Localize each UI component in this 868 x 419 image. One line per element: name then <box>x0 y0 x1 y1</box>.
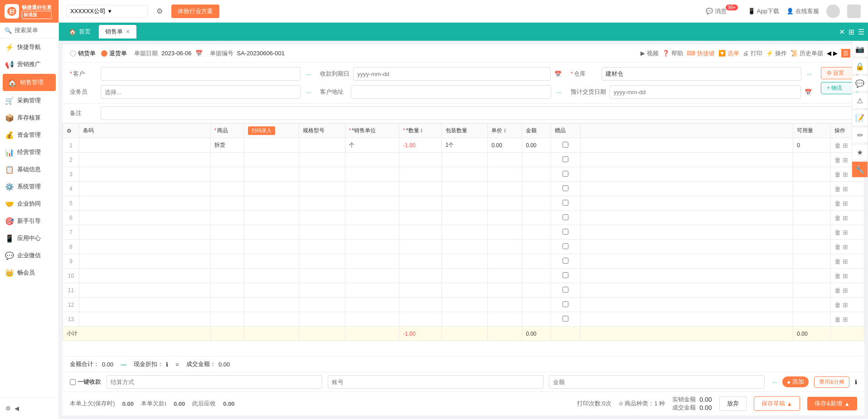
action-print[interactable]: 🖨 打印 <box>743 49 762 58</box>
row-qty[interactable] <box>399 298 441 312</box>
row-amount[interactable] <box>522 254 551 269</box>
row-copy-btn[interactable]: ⊞ <box>843 200 848 207</box>
abandon-button[interactable]: 放弃 <box>719 396 747 411</box>
row-copy-btn[interactable]: ⊞ <box>843 229 848 236</box>
row-copy-btn[interactable]: ⊞ <box>843 171 848 178</box>
right-panel-edit[interactable]: ✏ <box>852 127 868 143</box>
row-qty[interactable] <box>399 196 441 211</box>
sidebar-item-basic[interactable]: 📋 基础信息 <box>0 161 58 178</box>
row-amount[interactable] <box>522 225 551 240</box>
right-panel-alert[interactable]: ⚠ <box>852 92 868 109</box>
customer-input[interactable] <box>101 67 301 81</box>
row-product[interactable] <box>210 312 244 327</box>
row-barcode[interactable] <box>79 254 211 269</box>
row-product[interactable]: 拆货 <box>210 138 244 153</box>
row-delete-btn[interactable]: 🗑 <box>834 214 841 222</box>
sidebar-item-app-center[interactable]: 📱 应用中心 <box>0 230 58 247</box>
row-delete-btn[interactable]: 🗑 <box>834 316 841 323</box>
row-copy-btn[interactable]: ⊞ <box>843 301 848 308</box>
row-barcode[interactable] <box>79 167 211 182</box>
payment-calendar-icon[interactable]: 📅 <box>554 71 562 77</box>
row-gift[interactable] <box>551 225 580 240</box>
right-panel-lock[interactable]: 🔒 <box>852 58 868 74</box>
row-barcode[interactable] <box>79 298 211 312</box>
row-pack-qty[interactable] <box>441 196 488 211</box>
row-product[interactable] <box>210 153 244 167</box>
row-copy-btn[interactable]: ⊞ <box>843 156 848 164</box>
row-product[interactable] <box>210 182 244 196</box>
tab-sales-order[interactable]: 销售单 ✕ <box>99 25 136 39</box>
row-product[interactable] <box>210 269 244 283</box>
right-panel-chat[interactable]: 💬 <box>852 75 868 92</box>
sidebar-item-member[interactable]: 👑 畅会员 <box>0 264 58 281</box>
row-copy-btn[interactable]: ⊞ <box>843 287 848 294</box>
row-delete-btn[interactable]: 🗑 <box>834 185 841 193</box>
row-unit[interactable] <box>345 240 399 254</box>
row-amount[interactable]: 0.00 <box>522 138 551 153</box>
action-shortcut[interactable]: ⌨ 快捷键 <box>687 49 715 58</box>
sidebar-collapse-icon[interactable]: ◀ <box>15 405 19 412</box>
row-spec[interactable] <box>299 312 345 327</box>
row-amount[interactable] <box>522 240 551 254</box>
row-unit[interactable] <box>345 269 399 283</box>
add-payment-btn[interactable]: ● 添加 <box>782 376 809 387</box>
row-delete-btn[interactable]: 🗑 <box>834 301 841 308</box>
close-window-icon[interactable]: ✕ <box>839 28 845 36</box>
row-spec[interactable] <box>299 269 345 283</box>
row-spec[interactable] <box>299 225 345 240</box>
row-delete-btn[interactable]: 🗑 <box>834 258 841 265</box>
row-spec[interactable] <box>299 240 345 254</box>
row-amount[interactable] <box>522 196 551 211</box>
next-icon[interactable]: ▶ <box>833 50 838 57</box>
row-spec[interactable] <box>299 298 345 312</box>
radio-return-order[interactable]: 退货单 <box>101 49 127 58</box>
row-unit[interactable]: 个 <box>345 138 399 153</box>
row-pack-qty[interactable] <box>441 240 488 254</box>
row-unit-price[interactable] <box>488 240 522 254</box>
row-gift[interactable] <box>551 211 580 225</box>
row-delete-btn[interactable]: 🗑 <box>834 243 841 250</box>
action-video[interactable]: ▶ 视频 <box>640 49 659 58</box>
row-amount[interactable] <box>522 298 551 312</box>
sidebar-item-finance[interactable]: 💰 资金管理 <box>0 126 58 144</box>
row-qty[interactable] <box>399 211 441 225</box>
row-unit-price[interactable] <box>488 196 522 211</box>
payment-method-input[interactable] <box>107 375 322 389</box>
action-filter[interactable]: 🔽 选单 <box>718 49 739 58</box>
action-help[interactable]: ❓ 帮助 <box>662 49 683 58</box>
row-pack-qty[interactable] <box>441 254 488 269</box>
row-barcode[interactable] <box>79 283 211 298</box>
row-unit-price[interactable] <box>488 312 522 327</box>
remarks-input[interactable] <box>101 106 857 120</box>
row-spec[interactable] <box>299 153 345 167</box>
row-product[interactable] <box>210 211 244 225</box>
sidebar-item-system[interactable]: ⚙️ 系统管理 <box>0 178 58 195</box>
address-dots[interactable]: ··· <box>557 89 562 96</box>
row-gift[interactable] <box>551 298 580 312</box>
row-spec[interactable] <box>299 167 345 182</box>
sidebar-settings[interactable]: ⚙ ◀ <box>0 401 58 415</box>
row-gift[interactable] <box>551 269 580 283</box>
row-unit[interactable] <box>345 283 399 298</box>
row-gift[interactable] <box>551 153 580 167</box>
row-qty[interactable] <box>399 312 441 327</box>
one-click-payment[interactable]: 一键收款 <box>70 378 101 386</box>
row-product[interactable] <box>210 196 244 211</box>
row-unit[interactable] <box>345 153 399 167</box>
row-unit-price[interactable] <box>488 153 522 167</box>
right-panel-star[interactable]: ★ <box>852 144 868 160</box>
row-barcode[interactable] <box>79 211 211 225</box>
tab-close-icon[interactable]: ✕ <box>126 29 130 35</box>
row-unit-price[interactable] <box>488 167 522 182</box>
action-history[interactable]: 📜 历史单据 <box>790 49 823 58</box>
salesperson-input[interactable] <box>101 85 301 99</box>
row-barcode[interactable] <box>79 312 211 327</box>
row-qty[interactable] <box>399 283 441 298</box>
grid-view-icon[interactable]: ⊞ <box>849 28 854 36</box>
sidebar-item-wechat[interactable]: 💬 企业微信 <box>0 247 58 264</box>
row-pack-qty[interactable] <box>441 153 488 167</box>
row-copy-btn[interactable]: ⊞ <box>843 243 848 250</box>
row-amount[interactable] <box>522 211 551 225</box>
row-unit-price[interactable]: 0.00 <box>488 138 522 153</box>
payment-due-input[interactable] <box>353 67 550 81</box>
